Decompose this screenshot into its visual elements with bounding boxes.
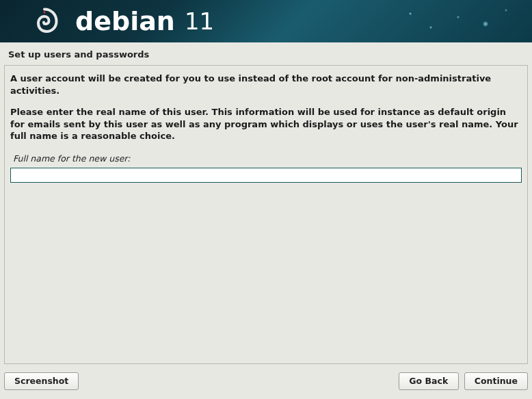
go-back-button[interactable]: Go Back xyxy=(399,372,459,390)
content-area: A user account will be created for you t… xyxy=(4,65,528,364)
fullname-label: Full name for the new user: xyxy=(13,153,522,164)
page-title: Set up users and passwords xyxy=(0,42,532,65)
header-banner: debian 11 xyxy=(0,0,532,42)
debian-swirl-icon xyxy=(27,4,62,38)
intro-paragraph-1: A user account will be created for you t… xyxy=(10,73,522,96)
screenshot-button[interactable]: Screenshot xyxy=(4,372,79,390)
svg-point-0 xyxy=(44,12,46,14)
fullname-input[interactable] xyxy=(10,168,522,183)
brand-version: 11 xyxy=(185,8,214,35)
intro-paragraph-2: Please enter the real name of this user.… xyxy=(10,106,522,142)
continue-button[interactable]: Continue xyxy=(464,372,528,390)
bottom-bar: Screenshot Go Back Continue xyxy=(0,368,532,399)
brand-name: debian xyxy=(75,6,175,36)
